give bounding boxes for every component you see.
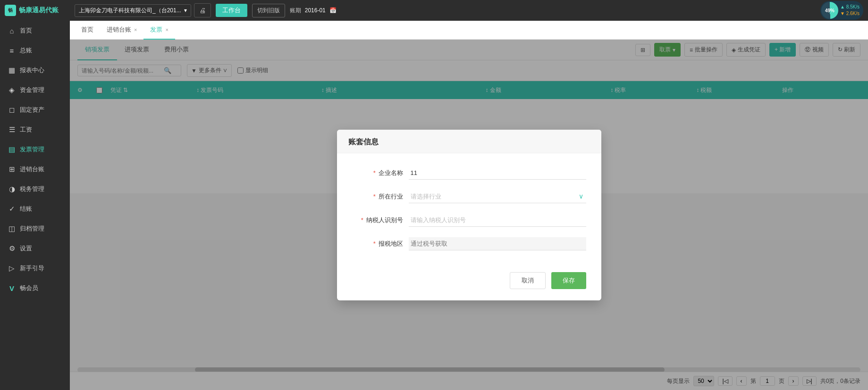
download-speed: ▼ 2.6K/s	[840, 10, 860, 17]
speed-text: ▲ 8.5K/s ▼ 2.6K/s	[840, 4, 860, 17]
tax-icon: ◑	[8, 185, 16, 193]
old-version-button[interactable]: 切到旧版	[252, 4, 285, 17]
tax-id-input[interactable]	[409, 214, 586, 227]
sidebar-label-report: 报表中心	[20, 66, 44, 75]
sidebar-item-guide[interactable]: ▷ 新手引导	[0, 258, 70, 278]
required-star-3: *	[361, 216, 363, 224]
industry-label: * 所在行业	[352, 192, 409, 201]
modal-box: 账套信息 * 企业名称	[337, 130, 601, 300]
sidebar-label-guide: 新手引导	[20, 264, 44, 273]
modal-title-bar: 账套信息	[337, 130, 601, 153]
logo-icon: 畅	[5, 5, 16, 16]
content-area: 首页 进销台账 × 发票 × 销项发票 进项发票	[70, 21, 868, 390]
guide-icon: ▷	[8, 264, 16, 273]
sidebar-item-assets[interactable]: ◻ 固定资产	[0, 100, 70, 120]
form-row-tax-region: * 报税地区	[352, 237, 586, 250]
tab-invoice[interactable]: 发票 ×	[143, 21, 175, 40]
modal-overlay: 账套信息 * 企业名称	[70, 40, 868, 390]
sidebar-item-invoice[interactable]: ▤ 发票管理	[0, 140, 70, 159]
assets-icon: ◻	[8, 106, 16, 114]
home-icon: ⌂	[8, 27, 16, 35]
required-star: *	[373, 169, 376, 176]
header-center: 工作台 切到旧版 账期 2016-01 📅	[216, 4, 337, 17]
sidebar-item-home[interactable]: ⌂ 首页	[0, 21, 70, 41]
logo-text: 畅康通易代账	[19, 6, 59, 15]
account-period: 账期 2016-01 📅	[290, 7, 337, 15]
sidebar-label-payroll: 工资	[20, 125, 32, 134]
top-header: 畅 畅康通易代账 上海卯金刀电子科技有限公司_（台201... ▾ 🖨 工作台 …	[0, 0, 868, 21]
tab-home[interactable]: 首页	[75, 21, 100, 40]
speed-indicator: 49% ▲ 8.5K/s ▼ 2.6K/s	[820, 1, 863, 20]
industry-label-text: 所在行业	[379, 193, 403, 200]
tax-id-label: * 纳税人识别号	[352, 216, 409, 224]
period-label: 账期	[290, 7, 301, 15]
save-button[interactable]: 保存	[551, 272, 586, 289]
print-icon-btn[interactable]: 🖨	[194, 3, 211, 17]
tax-id-label-text: 纳税人识别号	[366, 216, 403, 224]
payroll-icon: ☰	[8, 125, 16, 134]
tab-invoice-label: 发票	[150, 25, 162, 34]
invoice-icon: ▤	[8, 145, 16, 154]
modal-title: 账套信息	[348, 138, 379, 146]
sidebar-item-ledger[interactable]: ≡ 总账	[0, 41, 70, 60]
sidebar: ⌂ 首页 ≡ 总账 ▦ 报表中心 ◈ 资金管理 ◻ 固定资产 ☰ 工资 ▤ 发票…	[0, 21, 70, 390]
company-name-input[interactable]	[409, 166, 586, 180]
company-dropdown-icon: ▾	[184, 7, 187, 14]
sidebar-item-archive[interactable]: ◫ 归档管理	[0, 219, 70, 239]
tab-inout[interactable]: 进销台账 ×	[100, 21, 143, 40]
sidebar-label-ledger: 总账	[20, 46, 32, 55]
industry-select-wrap[interactable]: 请选择行业 ∨	[409, 190, 586, 203]
company-selector[interactable]: 上海卯金刀电子科技有限公司_（台201... ▾	[75, 4, 191, 17]
form-row-company: * 企业名称	[352, 166, 586, 180]
tab-inout-label: 进销台账	[107, 25, 131, 34]
report-icon: ▦	[8, 66, 16, 75]
form-row-industry: * 所在行业 请选择行业 ∨	[352, 190, 586, 203]
sidebar-item-tax[interactable]: ◑ 税务管理	[0, 179, 70, 199]
app-logo: 畅 畅康通易代账	[5, 5, 75, 16]
main-layout: ⌂ 首页 ≡ 总账 ▦ 报表中心 ◈ 资金管理 ◻ 固定资产 ☰ 工资 ▤ 发票…	[0, 21, 868, 390]
company-name-label: * 企业名称	[352, 169, 409, 177]
modal-body: * 企业名称 * 所在行业	[337, 153, 601, 272]
finance-icon: ◈	[8, 86, 16, 94]
cancel-button[interactable]: 取消	[510, 272, 546, 289]
close-account-icon: ✓	[8, 205, 16, 213]
tab-home-label: 首页	[81, 25, 93, 34]
settings-icon: ⚙	[8, 244, 16, 253]
company-label-text: 企业名称	[379, 169, 403, 176]
tab-invoice-close[interactable]: ×	[165, 27, 168, 33]
inout-icon: ⊞	[8, 165, 16, 174]
sidebar-label-close: 结账	[20, 205, 32, 213]
sidebar-item-vip[interactable]: V 畅会员	[0, 278, 70, 298]
tab-inout-close[interactable]: ×	[134, 27, 137, 33]
sidebar-item-report[interactable]: ▦ 报表中心	[0, 60, 70, 80]
sidebar-item-settings[interactable]: ⚙ 设置	[0, 239, 70, 258]
speed-percent-text: 49%	[825, 8, 834, 13]
sidebar-item-inout[interactable]: ⊞ 进销台账	[0, 159, 70, 179]
period-value: 2016-01	[305, 7, 326, 14]
sidebar-label-tax: 税务管理	[20, 185, 44, 193]
sidebar-label-invoice: 发票管理	[20, 145, 44, 154]
tax-region-label-text: 报税地区	[379, 240, 403, 247]
sidebar-item-close[interactable]: ✓ 结账	[0, 199, 70, 219]
sidebar-item-payroll[interactable]: ☰ 工资	[0, 120, 70, 140]
modal-footer: 取消 保存	[337, 272, 601, 300]
sidebar-item-finance[interactable]: ◈ 资金管理	[0, 80, 70, 100]
upload-speed: ▲ 8.5K/s	[840, 4, 860, 10]
sidebar-label-finance: 资金管理	[20, 86, 44, 94]
tax-region-label: * 报税地区	[352, 240, 409, 248]
calendar-icon[interactable]: 📅	[329, 7, 337, 14]
tax-region-input	[409, 237, 586, 250]
industry-select[interactable]: 请选择行业	[409, 190, 586, 203]
tab-bar: 首页 进销台账 × 发票 ×	[70, 21, 868, 40]
vip-icon: V	[8, 284, 16, 292]
required-star-4: *	[373, 240, 376, 247]
speed-circle: 49%	[821, 2, 838, 19]
workbench-button[interactable]: 工作台	[216, 4, 247, 17]
sidebar-label-inout: 进销台账	[20, 165, 44, 174]
page-content: 销项发票 进项发票 费用小票 ⊞ 取票	[70, 40, 868, 390]
ledger-icon: ≡	[8, 47, 16, 55]
sidebar-label-home: 首页	[20, 26, 32, 35]
sidebar-label-archive: 归档管理	[20, 224, 44, 233]
sidebar-label-settings: 设置	[20, 244, 32, 253]
sidebar-label-vip: 畅会员	[20, 284, 38, 292]
